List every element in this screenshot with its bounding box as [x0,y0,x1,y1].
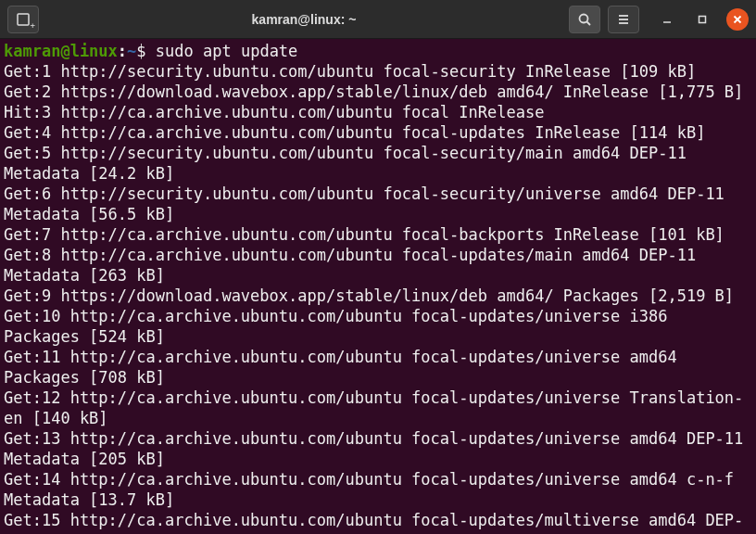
plus-icon: + [31,21,35,30]
header-controls [569,6,749,33]
maximize-button[interactable] [691,8,713,31]
prompt-symbol: $ [136,42,155,60]
search-button[interactable] [569,6,600,33]
window-controls [656,8,749,31]
command-text: sudo apt update [156,42,298,60]
titlebar: + kamran@linux: ~ [0,0,756,39]
new-tab-button[interactable]: + [7,6,39,33]
output-block: Get:1 http://security.ubuntu.com/ubuntu … [4,62,753,534]
prompt-path: ~ [127,42,136,60]
svg-rect-0 [18,14,29,25]
prompt-user-host: kamran@linux [4,42,118,60]
minimize-button[interactable] [656,8,678,31]
svg-point-1 [580,14,588,22]
svg-line-2 [587,21,591,25]
svg-rect-7 [699,16,706,22]
prompt-colon: : [118,42,127,60]
close-button[interactable] [726,8,749,31]
menu-button[interactable] [608,6,639,33]
terminal-content[interactable]: kamran@linux:~$ sudo apt update Get:1 ht… [0,39,756,534]
window-title: kamran@linux: ~ [39,9,569,30]
